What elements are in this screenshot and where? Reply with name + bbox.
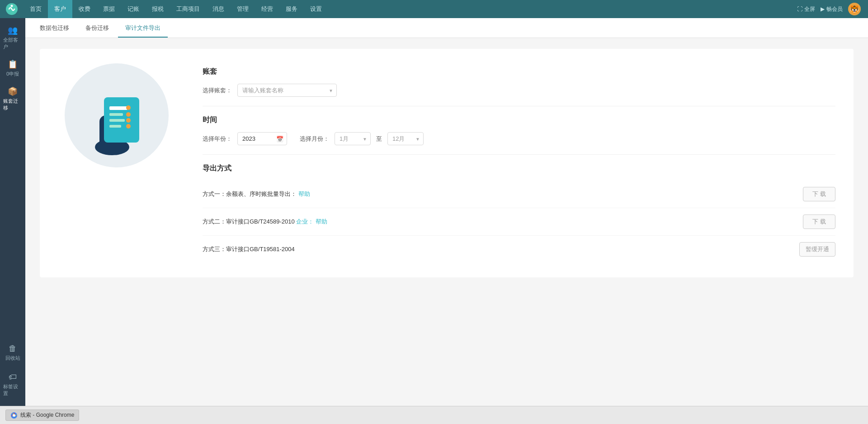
nav-customer[interactable]: 客户 [48, 0, 72, 18]
customers-icon: 👥 [8, 25, 18, 35]
method-row-2: 方式二：审计接口GB/T24589-2010 企业： 帮助 下 载 [203, 208, 835, 236]
sidebar-item-trash[interactable]: 🗑 回收站 [1, 340, 24, 365]
year-input-wrapper: 2023 📅 [237, 132, 287, 145]
logo [4, 1, 20, 17]
tab-audit-export[interactable]: 审计文件导出 [118, 19, 168, 38]
svg-point-12 [126, 124, 131, 129]
section-divider-2 [203, 154, 835, 155]
label-icon: 🏷 [9, 372, 17, 382]
month-start-select[interactable]: 1月2月3月4月 5月6月7月8月 9月10月11月12月 [335, 132, 371, 145]
svg-point-10 [126, 112, 131, 117]
account-select-wrapper: 请输入账套名称 ▼ [237, 84, 337, 97]
method-2-help-link[interactable]: 帮助 [316, 218, 327, 225]
declare-icon: 📋 [8, 59, 18, 69]
method-row-1: 方式一：余额表、序时账批量导出： 帮助 下 载 [203, 181, 835, 208]
sidebar-item-label-settings[interactable]: 🏷 标签设置 [1, 369, 24, 400]
section-divider-1 [203, 106, 835, 106]
chrome-icon [10, 412, 18, 419]
method-3-coming-soon-button: 暂缓开通 [799, 242, 835, 257]
export-section-title: 导出方式 [203, 164, 835, 173]
sidebar-bottom: 🗑 回收站 🏷 标签设置 [1, 340, 24, 406]
nav-tax[interactable]: 报税 [146, 0, 170, 18]
time-row: 选择年份： 2023 📅 选择月份： 1月2月3月4月 5月6月7月8月 9月1… [203, 132, 835, 145]
month-end-wrapper: 1月2月3月4月 5月6月7月8月 9月10月11月12月 ▼ [387, 132, 424, 145]
form-area: 账套 选择账套： 请输入账套名称 ▼ 时间 选 [203, 63, 835, 263]
nav-message[interactable]: 消息 [206, 0, 231, 18]
migrate-icon: 📦 [8, 86, 18, 96]
svg-point-11 [126, 118, 131, 123]
account-select[interactable]: 请输入账套名称 [237, 84, 337, 97]
nav-home[interactable]: 首页 [24, 0, 48, 18]
sidebar-item-account-migrate[interactable]: 📦 账套迁移 [1, 83, 24, 115]
illustration-area [58, 63, 175, 167]
year-input[interactable]: 2023 [237, 132, 287, 145]
to-text: 至 [376, 135, 382, 143]
fullscreen-icon: ⛶ [797, 6, 802, 12]
nav-settings[interactable]: 设置 [304, 0, 328, 18]
nav-operation[interactable]: 经营 [255, 0, 279, 18]
svg-rect-5 [109, 106, 127, 110]
page-content: 账套 选择账套： 请输入账套名称 ▼ 时间 选 [25, 38, 868, 406]
tab-data-migrate[interactable]: 数据包迁移 [33, 19, 76, 38]
svg-rect-7 [109, 119, 125, 122]
method-2-download-button[interactable]: 下 载 [803, 214, 835, 229]
trash-icon: 🗑 [9, 344, 17, 353]
sidebar-item-all-customers[interactable]: 👥 全部客户 [1, 22, 24, 54]
month-start-wrapper: 1月2月3月4月 5月6月7月8月 9月10月11月12月 ▼ [335, 132, 371, 145]
nav-bookkeeping[interactable]: 记账 [121, 0, 146, 18]
method-3-label: 方式三：审计接口GB/T19581-2004 [203, 245, 295, 253]
account-label: 选择账套： [203, 86, 232, 95]
month-end-select[interactable]: 1月2月3月4月 5月6月7月8月 9月10月11月12月 [387, 132, 424, 145]
method-2-label: 方式二：审计接口GB/T24589-2010 企业： 帮助 [203, 218, 327, 226]
method-1-help-link[interactable]: 帮助 [298, 191, 310, 197]
month-label: 选择月份： [300, 135, 329, 143]
taskbar-item-label: 线索 - Google Chrome [20, 411, 74, 419]
sidebar: 👥 全部客户 📋 0申报 📦 账套迁移 🗑 回收站 🏷 标签设置 [0, 18, 25, 406]
illustration-circle [65, 63, 169, 167]
main-layout: 👥 全部客户 📋 0申报 📦 账套迁移 🗑 回收站 🏷 标签设置 数据包迁移 [0, 18, 868, 406]
tab-bar: 数据包迁移 备份迁移 审计文件导出 [25, 18, 868, 38]
page-inner: 账套 选择账套： 请输入账套名称 ▼ 时间 选 [40, 49, 854, 277]
nav-business[interactable]: 工商项目 [170, 0, 206, 18]
svg-point-1 [11, 5, 13, 7]
nav-service[interactable]: 服务 [279, 0, 304, 18]
year-label: 选择年份： [203, 135, 232, 143]
svg-rect-6 [109, 113, 123, 116]
top-navigation: 首页 客户 收费 票据 记账 报税 工商项目 消息 管理 经营 服务 设置 ⛶ … [0, 0, 868, 18]
sidebar-item-zero-declare[interactable]: 📋 0申报 [1, 56, 24, 81]
svg-rect-8 [109, 125, 121, 128]
avatar[interactable]: 🐯 [848, 3, 861, 15]
taskbar: 线索 - Google Chrome [0, 406, 868, 424]
member-button[interactable]: ▶ 畅会员 [821, 5, 843, 13]
account-row: 选择账套： 请输入账套名称 ▼ [203, 84, 835, 97]
nav-invoice[interactable]: 票据 [97, 0, 121, 18]
nav-fee[interactable]: 收费 [72, 0, 97, 18]
method-row-3: 方式三：审计接口GB/T19581-2004 暂缓开通 [203, 236, 835, 263]
member-icon: ▶ [821, 6, 825, 12]
content-area: 数据包迁移 备份迁移 审计文件导出 [25, 18, 868, 406]
method-1-download-button[interactable]: 下 载 [803, 187, 835, 201]
taskbar-chrome-item[interactable]: 线索 - Google Chrome [5, 410, 79, 421]
account-section-title: 账套 [203, 67, 835, 76]
method-2-company-text: 企业： [296, 218, 314, 225]
nav-manage[interactable]: 管理 [231, 0, 255, 18]
tab-backup-migrate[interactable]: 备份迁移 [78, 19, 116, 38]
method-1-label: 方式一：余额表、序时账批量导出： 帮助 [203, 190, 310, 198]
time-section-title: 时间 [203, 115, 835, 125]
nav-items: 首页 客户 收费 票据 记账 报税 工商项目 消息 管理 经营 服务 设置 [24, 0, 797, 18]
svg-point-14 [13, 414, 15, 417]
fullscreen-button[interactable]: ⛶ 全屏 [797, 5, 815, 13]
nav-right: ⛶ 全屏 ▶ 畅会员 🐯 [797, 3, 868, 15]
svg-point-9 [126, 105, 131, 110]
